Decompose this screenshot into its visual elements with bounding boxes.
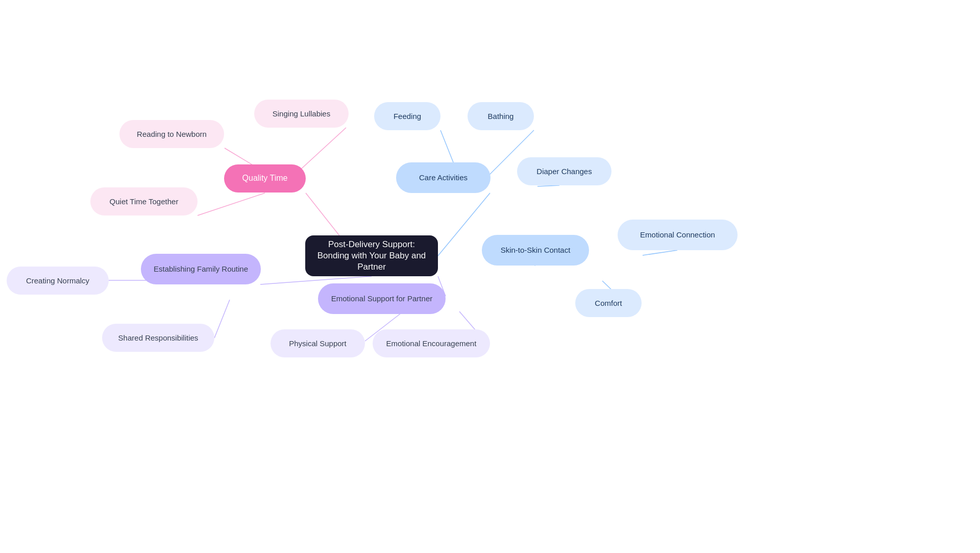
skin-to-skin-node[interactable]: Skin-to-Skin Contact [482,235,589,266]
svg-line-2 [296,128,346,174]
creating-normalcy-node[interactable]: Creating Normalcy [7,267,109,295]
care-activities-node[interactable]: Care Activities [396,162,491,193]
svg-line-13 [537,185,559,186]
feeding-node[interactable]: Feeding [374,102,440,130]
comfort-node[interactable]: Comfort [575,289,642,317]
center-node[interactable]: Post-Delivery Support: Bonding with Your… [305,235,438,276]
svg-line-15 [643,250,677,255]
quality-time-node[interactable]: Quality Time [224,164,306,193]
reading-newborn-node[interactable]: Reading to Newborn [119,120,224,148]
singing-lullabies-node[interactable]: Singing Lullabies [254,100,349,128]
emotional-encouragement-node[interactable]: Emotional Encouragement [373,329,490,357]
emotional-partner-node[interactable]: Emotional Support for Partner [318,283,446,314]
physical-support-node[interactable]: Physical Support [271,329,365,357]
svg-line-3 [198,193,265,215]
family-routine-node[interactable]: Establishing Family Routine [141,254,261,284]
quiet-time-node[interactable]: Quiet Time Together [90,187,198,215]
shared-responsibilities-node[interactable]: Shared Responsibilities [102,324,214,352]
emotional-connection-node[interactable]: Emotional Connection [618,220,738,250]
bathing-node[interactable]: Bathing [468,102,534,130]
diaper-changes-node[interactable]: Diaper Changes [517,157,611,185]
svg-line-6 [214,300,230,338]
